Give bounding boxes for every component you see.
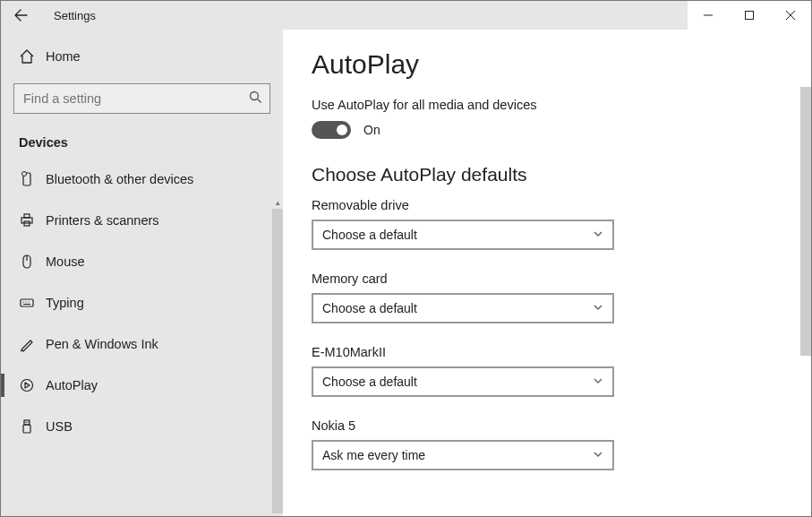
pen-icon: [19, 336, 46, 352]
close-icon: [786, 11, 795, 20]
home-icon: [19, 48, 46, 65]
autoplay-toggle[interactable]: [312, 121, 351, 139]
sidebar-item-bluetooth[interactable]: Bluetooth & other devices: [1, 159, 283, 200]
svg-point-14: [28, 301, 29, 302]
select-value: Choose a default: [322, 301, 417, 315]
select-value: Ask me every time: [322, 448, 425, 462]
sidebar-item-printers[interactable]: Printers & scanners: [1, 200, 283, 241]
section-heading: Choose AutoPlay defaults: [312, 164, 791, 185]
sidebar-home[interactable]: Home: [1, 37, 283, 76]
sidebar: Home Devices Bluetooth & other devicesPr…: [1, 30, 283, 516]
maximize-button[interactable]: [729, 1, 770, 30]
svg-point-2: [251, 92, 259, 100]
sidebar-scrollbar[interactable]: [272, 209, 283, 513]
maximize-icon: [745, 11, 754, 20]
select-value: Choose a default: [322, 228, 417, 242]
page-heading: AutoPlay: [312, 49, 791, 80]
search-input[interactable]: [23, 91, 249, 106]
select-memory-card[interactable]: Choose a default: [312, 293, 614, 323]
sidebar-item-label: USB: [46, 419, 73, 434]
minimize-button[interactable]: [688, 1, 729, 30]
field-group: Memory cardChoose a default: [312, 271, 791, 323]
autoplay-icon: [19, 377, 46, 393]
svg-rect-18: [23, 425, 30, 433]
svg-rect-1: [746, 12, 754, 20]
chevron-down-icon: [593, 301, 603, 315]
sidebar-item-label: Mouse: [46, 254, 85, 269]
toggle-state-label: On: [363, 123, 380, 137]
chevron-down-icon: [593, 375, 603, 389]
sidebar-item-mouse[interactable]: Mouse: [1, 241, 283, 282]
sidebar-section-title: Devices: [1, 123, 283, 159]
titlebar: Settings: [1, 1, 811, 30]
sidebar-item-label: Pen & Windows Ink: [46, 337, 158, 351]
select-value: Choose a default: [322, 375, 417, 389]
svg-rect-7: [24, 214, 30, 218]
svg-rect-11: [21, 299, 33, 306]
field-group: Nokia 5Ask me every time: [312, 418, 791, 470]
svg-point-5: [22, 172, 27, 177]
sidebar-item-typing[interactable]: Typing: [1, 282, 283, 323]
sidebar-item-label: Bluetooth & other devices: [46, 172, 193, 186]
sidebar-item-label: AutoPlay: [46, 378, 98, 392]
sidebar-item-label: Typing: [46, 296, 84, 310]
svg-point-12: [22, 301, 23, 302]
toggle-knob: [337, 125, 347, 135]
svg-point-16: [21, 380, 33, 392]
window-title: Settings: [40, 9, 96, 22]
search-icon: [249, 90, 262, 107]
field-label: E-M10MarkII: [312, 345, 791, 359]
field-group: E-M10MarkIIChoose a default: [312, 345, 791, 397]
content-pane: AutoPlay Use AutoPlay for all media and …: [283, 30, 811, 516]
usb-icon: [19, 418, 46, 435]
typing-icon: [19, 295, 46, 311]
chevron-down-icon: [593, 228, 603, 242]
mouse-icon: [19, 254, 46, 270]
sidebar-item-autoplay[interactable]: AutoPlay: [1, 365, 283, 406]
printer-icon: [19, 212, 46, 228]
toggle-description: Use AutoPlay for all media and devices: [312, 98, 791, 112]
minimize-icon: [704, 11, 713, 20]
select-nokia-5[interactable]: Ask me every time: [312, 440, 614, 470]
sidebar-item-usb[interactable]: USB: [1, 406, 283, 447]
select-e-m10markii[interactable]: Choose a default: [312, 366, 614, 397]
svg-point-13: [25, 301, 26, 302]
search-box[interactable]: [13, 83, 270, 114]
svg-rect-17: [24, 420, 30, 425]
arrow-left-icon: [13, 8, 28, 22]
scroll-up-icon[interactable]: ▴: [272, 195, 283, 209]
field-label: Memory card: [312, 271, 791, 286]
sidebar-home-label: Home: [46, 49, 81, 64]
svg-rect-6: [21, 218, 32, 223]
chevron-down-icon: [593, 448, 603, 462]
content-scrollbar[interactable]: [800, 87, 811, 356]
select-removable-drive[interactable]: Choose a default: [312, 220, 614, 250]
window-controls: [688, 1, 811, 30]
back-button[interactable]: [1, 1, 40, 30]
field-group: Removable driveChoose a default: [312, 198, 791, 250]
field-label: Removable drive: [312, 198, 791, 212]
bluetooth-icon: [19, 171, 46, 187]
field-label: Nokia 5: [312, 418, 791, 433]
sidebar-item-pen[interactable]: Pen & Windows Ink: [1, 323, 283, 365]
close-button[interactable]: [770, 1, 811, 30]
svg-line-3: [258, 99, 261, 103]
sidebar-item-label: Printers & scanners: [46, 213, 159, 228]
